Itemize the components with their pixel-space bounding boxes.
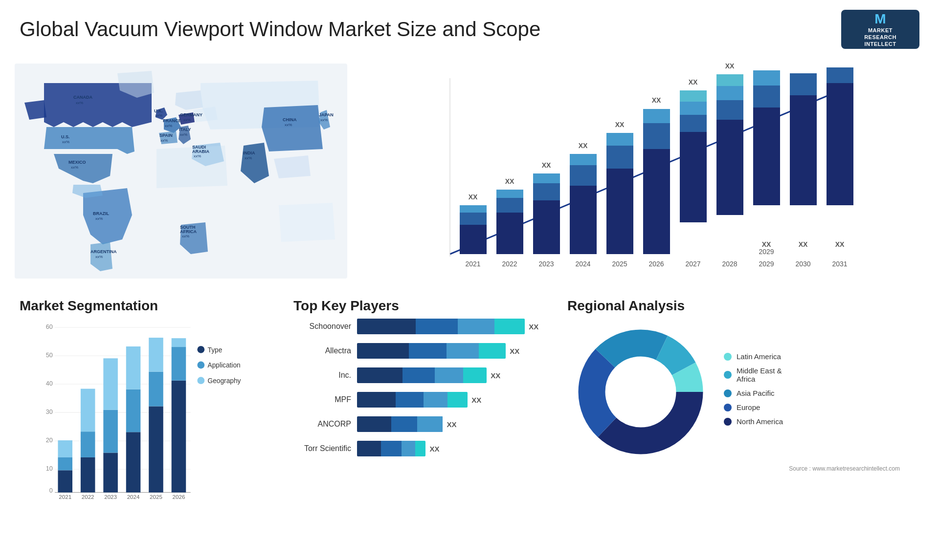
legend-label-mea: Middle East &Africa [737, 366, 782, 383]
top-section: CANADA xx% U.S. xx% MEXICO xx% BRAZIL xx… [0, 54, 939, 288]
svg-rect-25 [606, 146, 633, 169]
svg-rect-51 [790, 95, 817, 205]
uk-value: xx% [155, 113, 162, 118]
mexico-value: xx% [71, 165, 78, 170]
segmentation-section: Market Segmentation 60 50 40 30 20 10 0 [10, 293, 284, 552]
bottom-section: Market Segmentation 60 50 40 30 20 10 0 [0, 288, 939, 552]
svg-rect-10 [496, 198, 523, 213]
player-row: Inc. XX [293, 367, 548, 383]
legend-item-apac: Asia Pacific [724, 389, 783, 397]
segmentation-chart: 60 50 40 30 20 10 0 [20, 319, 274, 504]
source-text: Source : www.marketresearchintellect.com [567, 465, 919, 474]
svg-text:XX: XX [579, 142, 588, 150]
svg-rect-36 [680, 102, 707, 115]
svg-text:2022: 2022 [502, 260, 517, 268]
players-section: Top Key Players Schoonover XX Allectra [284, 293, 558, 552]
legend-item-latin: Latin America [724, 352, 783, 361]
svg-rect-41 [716, 100, 743, 120]
india-value: xx% [245, 156, 252, 160]
svg-text:XX: XX [835, 240, 845, 248]
svg-text:XX: XX [542, 161, 551, 169]
legend-item-mea: Middle East &Africa [724, 366, 783, 383]
germany-value: xx% [183, 118, 191, 122]
svg-rect-90 [149, 406, 163, 492]
svg-text:2022: 2022 [82, 494, 94, 500]
brazil-value: xx% [95, 216, 103, 221]
player-name: ANCORP [293, 420, 357, 429]
svg-point-102 [197, 377, 204, 384]
brazil-label: BRAZIL [93, 211, 109, 216]
svg-rect-48 [753, 70, 780, 86]
svg-text:2027: 2027 [685, 260, 700, 268]
svg-text:Type: Type [208, 346, 223, 354]
india-label: INDIA [243, 151, 255, 155]
canada-label: CANADA [73, 95, 92, 100]
southafrica-label2: AFRICA [180, 229, 197, 234]
svg-rect-11 [496, 190, 523, 198]
saudi-label2: ARABIA [192, 149, 209, 154]
japan-value: xx% [320, 118, 328, 122]
player-row: MPF XX [293, 392, 548, 408]
world-map: CANADA xx% U.S. xx% MEXICO xx% BRAZIL xx… [15, 59, 347, 283]
legend-color-europe [724, 404, 732, 411]
svg-point-98 [197, 346, 204, 353]
player-bar-container: XX [357, 392, 548, 408]
svg-text:2029: 2029 [759, 248, 774, 256]
svg-rect-80 [81, 389, 95, 432]
svg-rect-6 [460, 205, 487, 213]
svg-text:Geography: Geography [208, 377, 241, 385]
svg-rect-15 [533, 183, 560, 200]
svg-rect-75 [58, 457, 72, 470]
player-row: Torr Scientific XX [293, 441, 548, 456]
regional-section: Regional Analysis [558, 293, 929, 552]
player-value: XX [429, 445, 439, 453]
logo-m-icon: M [874, 11, 886, 27]
svg-text:2023: 2023 [104, 494, 117, 500]
svg-text:20: 20 [46, 437, 53, 444]
svg-rect-78 [81, 457, 95, 493]
svg-rect-74 [58, 470, 72, 492]
us-label: U.S. [61, 134, 70, 139]
player-bar-container: XX [357, 416, 548, 432]
svg-text:XX: XX [505, 177, 514, 185]
svg-rect-16 [533, 173, 560, 183]
player-value: XX [529, 323, 538, 331]
svg-rect-79 [81, 431, 95, 457]
svg-rect-21 [570, 154, 597, 165]
svg-text:XX: XX [689, 78, 698, 86]
player-bar-container: XX [357, 343, 548, 359]
svg-text:Application: Application [208, 362, 241, 369]
legend-label-apac: Asia Pacific [737, 389, 775, 397]
svg-rect-76 [58, 440, 72, 457]
player-value: XX [471, 396, 481, 404]
svg-rect-26 [606, 133, 633, 146]
svg-rect-24 [606, 169, 633, 254]
svg-rect-91 [149, 372, 163, 407]
svg-rect-29 [643, 149, 670, 254]
svg-rect-9 [496, 213, 523, 254]
svg-rect-42 [716, 86, 743, 100]
segmentation-title: Market Segmentation [20, 298, 274, 314]
china-label: CHINA [283, 117, 297, 122]
svg-text:2025: 2025 [150, 494, 162, 500]
svg-text:2030: 2030 [795, 260, 810, 268]
svg-rect-19 [570, 186, 597, 254]
svg-rect-46 [753, 108, 780, 205]
saudi-value: xx% [194, 154, 201, 158]
player-row: Schoonover XX [293, 319, 548, 334]
svg-rect-35 [680, 115, 707, 132]
svg-rect-96 [172, 338, 186, 347]
svg-text:2024: 2024 [127, 494, 140, 500]
page-title: Global Vacuum Viewport Window Market Siz… [20, 18, 540, 41]
france-value: xx% [165, 124, 172, 128]
svg-text:2029: 2029 [759, 260, 774, 268]
legend-color-apac [724, 389, 732, 397]
svg-point-100 [197, 362, 204, 369]
germany-label: GERMANY [180, 112, 202, 117]
italy-value: xx% [180, 132, 187, 137]
svg-rect-5 [460, 213, 487, 225]
svg-rect-31 [643, 109, 670, 123]
player-name: Inc. [293, 371, 357, 380]
svg-point-109 [606, 358, 675, 426]
svg-text:2026: 2026 [648, 260, 664, 268]
